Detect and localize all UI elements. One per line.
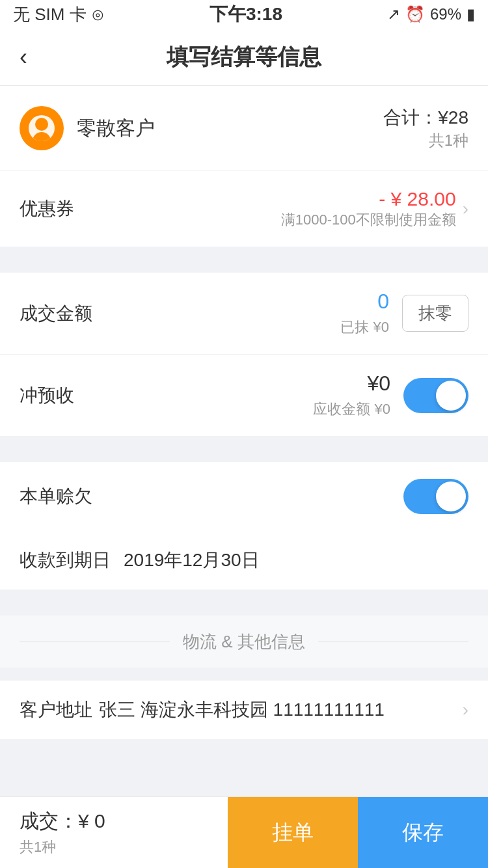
status-right: ↗ ⏰ 69% ▮: [387, 5, 475, 23]
deal-amount-section: 成交金额 0 已抹 ¥0 抹零 冲预收 ¥0 应收金额 ¥0: [0, 273, 488, 436]
coupon-label: 优惠券: [20, 197, 74, 221]
deal-amount-right: 0 已抹 ¥0 抹零: [340, 290, 468, 337]
prepayment-right: ¥0 应收金额 ¥0: [313, 372, 468, 419]
divider-2: [0, 449, 488, 462]
address-row[interactable]: 客户地址 张三 海淀永丰科技园 11111111111 ›: [0, 681, 488, 739]
debit-toggle[interactable]: [403, 479, 468, 514]
customer-total: 合计：¥28 共1种: [383, 105, 468, 151]
location-icon: ↗: [387, 5, 400, 23]
coupon-chevron-icon: ›: [463, 198, 468, 219]
back-button[interactable]: ‹: [20, 44, 27, 71]
prepayment-sub: 应收金额 ¥0: [313, 400, 390, 419]
prepayment-amounts: ¥0 应收金额 ¥0: [313, 372, 390, 419]
prepayment-toggle[interactable]: [403, 378, 468, 413]
address-chevron-icon: ›: [463, 699, 468, 720]
prepayment-toggle-slider: [403, 378, 468, 413]
bottom-deal-label: 成交：: [20, 810, 78, 832]
bottom-summary: 成交：¥ 0 共1种: [0, 808, 228, 857]
prepayment-amount: ¥0: [313, 372, 390, 396]
status-time: 下午3:18: [210, 2, 282, 27]
deal-amount-sub: 已抹 ¥0: [340, 318, 389, 337]
address-label: 客户地址: [20, 698, 92, 722]
prepayment-row: 冲预收 ¥0 应收金额 ¥0: [0, 355, 488, 436]
customer-row: 零散客户 合计：¥28 共1种: [0, 86, 488, 170]
due-date-label: 收款到期日: [20, 548, 111, 573]
divider-4: [0, 668, 488, 681]
address-value: 张三 海淀永丰科技园 11111111111: [99, 698, 456, 722]
total-amount: 合计：¥28: [383, 105, 468, 130]
divider-3: [0, 603, 488, 616]
bottom-deal-amount: ¥ 0: [78, 810, 105, 832]
nav-bar: ‹ 填写结算等信息: [0, 29, 488, 86]
sim-wifi-label: 无 SIM 卡 ⊙: [13, 3, 105, 26]
coupon-right: - ¥ 28.00 满1000-100不限制使用金额: [281, 188, 456, 230]
avatar-body: [33, 132, 51, 141]
avatar-head: [35, 118, 48, 131]
deal-amount-value: 0: [377, 290, 389, 313]
round-zero-button[interactable]: 抹零: [402, 295, 468, 332]
battery-label: 69%: [430, 5, 461, 23]
address-section: 客户地址 张三 海淀永丰科技园 11111111111 ›: [0, 681, 488, 739]
customer-section: 零散客户 合计：¥28 共1种 优惠券 - ¥ 28.00 满1000-100不…: [0, 86, 488, 247]
bottom-bar: 成交：¥ 0 共1种 挂单 保存: [0, 796, 488, 868]
alarm-icon: ⏰: [405, 5, 425, 23]
customer-name: 零散客户: [77, 115, 155, 142]
status-left: 无 SIM 卡 ⊙: [13, 3, 105, 26]
prepayment-label: 冲预收: [20, 383, 74, 408]
main-content: 零散客户 合计：¥28 共1种 优惠券 - ¥ 28.00 满1000-100不…: [0, 86, 488, 830]
deal-amount-row: 成交金额 0 已抹 ¥0 抹零: [0, 273, 488, 355]
divider-1: [0, 260, 488, 273]
debit-row: 本单赊欠: [0, 462, 488, 531]
due-date-row: 收款到期日 2019年12月30日: [0, 531, 488, 590]
deal-amount-label: 成交金额: [20, 301, 92, 326]
coupon-right-wrap: - ¥ 28.00 满1000-100不限制使用金额 ›: [281, 188, 468, 230]
hold-button[interactable]: 挂单: [228, 797, 358, 869]
avatar: [20, 106, 64, 150]
page-title: 填写结算等信息: [167, 42, 321, 72]
battery-icon: ▮: [467, 5, 475, 23]
customer-left: 零散客户: [20, 106, 155, 150]
debit-label: 本单赊欠: [20, 484, 92, 509]
status-bar: 无 SIM 卡 ⊙ 下午3:18 ↗ ⏰ 69% ▮: [0, 0, 488, 29]
debit-section: 本单赊欠 收款到期日 2019年12月30日: [0, 462, 488, 590]
coupon-row[interactable]: 优惠券 - ¥ 28.00 满1000-100不限制使用金额 ›: [0, 170, 488, 247]
logistics-title: 物流 & 其他信息: [170, 631, 318, 653]
coupon-description: 满1000-100不限制使用金额: [281, 210, 456, 230]
save-button[interactable]: 保存: [358, 797, 488, 869]
total-count: 共1种: [383, 130, 468, 151]
debit-toggle-slider: [403, 479, 468, 514]
coupon-discount: - ¥ 28.00: [281, 188, 456, 210]
bottom-deal-row: 成交：¥ 0: [20, 808, 208, 835]
bottom-count: 共1种: [20, 837, 208, 857]
logistics-section-header: 物流 & 其他信息: [0, 616, 488, 668]
avatar-icon: [29, 115, 55, 141]
due-date-value: 2019年12月30日: [124, 548, 260, 573]
